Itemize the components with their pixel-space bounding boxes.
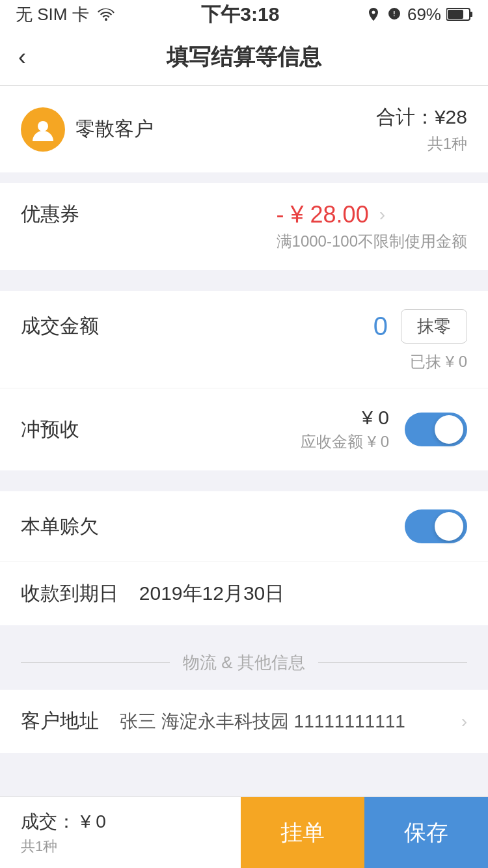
wifi-icon (97, 8, 115, 21)
content: 零散客户 合计：¥28 共1种 优惠券 - ¥ 28.00 › 满1000-10… (0, 86, 488, 841)
separator-2 (0, 481, 488, 491)
deal-section: 成交金额 0 抹零 已抹 ¥ 0 冲预收 ¥ 0 应收金额 ¥ 0 (0, 291, 488, 470)
credit-section: 本单赊欠 收款到期日 2019年12月30日 (0, 491, 488, 625)
prepay-amount: ¥ 0 (301, 407, 389, 429)
customer-row: 零散客户 合计：¥28 共1种 (0, 86, 488, 172)
credit-toggle-thumb (435, 512, 463, 541)
bottom-bar: 成交： ¥ 0 共1种 挂单 保存 (0, 796, 488, 868)
status-right: 69% (366, 5, 472, 25)
customer-count: 共1种 (376, 133, 467, 154)
coupon-section[interactable]: 优惠券 - ¥ 28.00 › 满1000-100不限制使用金额 (0, 183, 488, 270)
deal-sub: 已抹 ¥ 0 (21, 351, 467, 388)
logistics-divider: 物流 & 其他信息 (0, 636, 488, 690)
customer-section: 零散客户 合计：¥28 共1种 (0, 86, 488, 172)
round-zero-button[interactable]: 抹零 (401, 309, 467, 344)
status-left: 无 SIM 卡 (16, 3, 115, 26)
deal-label: 成交金额 (21, 313, 99, 340)
prepay-section: 冲预收 ¥ 0 应收金额 ¥ 0 (0, 388, 488, 470)
separator-1 (0, 280, 488, 291)
duedate-value: 2019年12月30日 (139, 582, 284, 604)
address-chevron: › (461, 711, 467, 732)
address-value: 张三 海淀永丰科技园 11111111111 (120, 709, 456, 734)
coupon-amount: - ¥ 28.00 (277, 201, 369, 228)
svg-rect-2 (448, 10, 463, 19)
credit-toggle[interactable] (405, 509, 467, 543)
customer-total: 合计：¥28 (376, 104, 467, 131)
coupon-chevron: › (379, 204, 385, 225)
nav-bar: ‹ 填写结算等信息 (0, 29, 488, 86)
deal-amount: 0 (373, 312, 388, 341)
toggle-thumb (435, 415, 463, 444)
avatar-icon (30, 116, 56, 142)
back-button[interactable]: ‹ (18, 44, 26, 71)
coupon-label: 优惠券 (21, 201, 79, 228)
customer-name: 零散客户 (75, 116, 154, 142)
customer-avatar (21, 107, 65, 152)
credit-label: 本单赊欠 (21, 513, 99, 540)
prepay-toggle[interactable] (405, 413, 467, 446)
status-bar: 无 SIM 卡 下午3:18 69% (0, 0, 488, 29)
logistics-text: 物流 & 其他信息 (183, 651, 305, 674)
location-icon (366, 7, 381, 22)
no-sim-text: 无 SIM 卡 (16, 3, 89, 26)
duedate-label: 收款到期日 (21, 582, 118, 604)
divider-line-left (21, 662, 170, 663)
customer-left: 零散客户 (21, 107, 154, 152)
battery-text: 69% (407, 5, 441, 25)
prepay-sub: 应收金额 ¥ 0 (301, 431, 389, 452)
coupon-desc: 满1000-100不限制使用金额 (277, 231, 467, 252)
bottom-deal-label: 成交： ¥ 0 (21, 809, 220, 834)
svg-point-3 (38, 121, 48, 131)
bottom-count-label: 共1种 (21, 837, 220, 856)
page-title: 填写结算等信息 (167, 42, 321, 72)
battery-icon (446, 7, 472, 21)
bottom-summary: 成交： ¥ 0 共1种 (0, 809, 241, 856)
customer-right: 合计：¥28 共1种 (376, 104, 467, 154)
prepay-label: 冲预收 (21, 416, 79, 443)
status-time: 下午3:18 (201, 1, 279, 28)
duedate-section: 收款到期日 2019年12月30日 (0, 562, 488, 625)
divider-line-right (318, 662, 467, 663)
pending-button[interactable]: 挂单 (241, 797, 364, 869)
address-section[interactable]: 客户地址 张三 海淀永丰科技园 11111111111 › (0, 690, 488, 753)
save-button[interactable]: 保存 (364, 797, 488, 869)
svg-rect-1 (470, 12, 472, 17)
address-label: 客户地址 (21, 708, 99, 735)
alarm-icon (386, 7, 402, 22)
